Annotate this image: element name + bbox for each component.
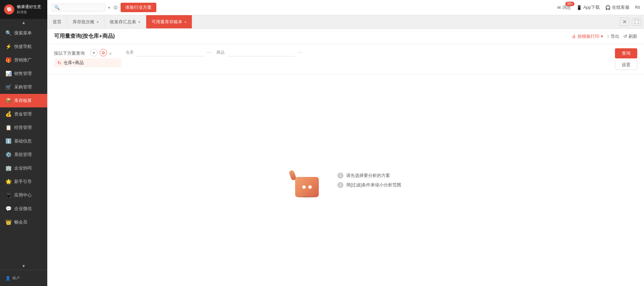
nav-label-inventory: 库存核算 bbox=[14, 98, 32, 104]
template-print-btn[interactable]: 🖨 按模板打印 ▾ bbox=[572, 33, 603, 40]
nav-label-wechat: 企业微信 bbox=[14, 206, 32, 212]
nav-label-purchase: 采购管理 bbox=[14, 84, 32, 90]
nav-label-operations: 经营管理 bbox=[14, 125, 32, 131]
scheme-icon: ↻ bbox=[57, 60, 61, 66]
printer-icon: 🖨 bbox=[572, 34, 576, 39]
empty-inner: 1 请先选择要分析的方案 2 用[过滤]条件来缩小分析范围 bbox=[290, 163, 401, 197]
sidebar-item-finance[interactable]: 💰资金管理 bbox=[0, 107, 47, 121]
sidebar-item-guide[interactable]: 🌟新手引导 bbox=[0, 175, 47, 188]
export-btn[interactable]: ↑ 导出 bbox=[607, 33, 620, 40]
query-btn[interactable]: 查询 bbox=[615, 48, 637, 58]
sidebar: 畅 畅康通好生意 标准版 ▲ 🔍搜索菜单⚡快捷导航🎁营销推广📊销售管理🛒采购管理… bbox=[0, 0, 47, 286]
sidebar-item-wechat[interactable]: 💬企业微信 bbox=[0, 202, 47, 215]
template-chevron-icon: ▾ bbox=[601, 34, 603, 39]
user-avatar-icon: 👤 bbox=[5, 276, 10, 281]
sidebar-item-basic[interactable]: ℹ️基础信息 bbox=[0, 134, 47, 148]
filter-inputs: 仓库 ··· 商品 ··· bbox=[126, 48, 611, 56]
filter-settings-btn[interactable]: ⚙ bbox=[100, 49, 107, 56]
topbar-search-box[interactable]: 🔍 bbox=[51, 4, 105, 11]
app-name: 畅康通好生意 bbox=[17, 4, 41, 10]
sidebar-logo: 畅 畅康通好生意 标准版 bbox=[0, 0, 47, 19]
topbar-gear-icon[interactable]: ⚙ bbox=[113, 4, 118, 11]
tip-item-1: 1 请先选择要分析的方案 bbox=[337, 173, 401, 179]
tabs-close-all-btn[interactable]: ✕ bbox=[620, 18, 629, 26]
app-version: 标准版 bbox=[17, 10, 41, 15]
sidebar-item-apps[interactable]: 📱应用中心 bbox=[0, 188, 47, 202]
page-header-actions: 🖨 按模板打印 ▾ ↑ 导出 ↺ 刷新 bbox=[572, 33, 638, 40]
filter-add-btn[interactable]: + bbox=[90, 49, 98, 56]
nav-icon-search: 🔍 bbox=[5, 30, 11, 36]
tip-item-2: 2 用[过滤]条件来缩小分析范围 bbox=[337, 182, 401, 188]
warehouse-input[interactable] bbox=[136, 48, 204, 56]
nav-label-sales: 销售管理 bbox=[14, 71, 32, 77]
nav-label-member: 畅会员 bbox=[14, 219, 27, 225]
tab-summary[interactable]: 收发存汇总表 × bbox=[104, 15, 146, 29]
export-icon: ↑ bbox=[607, 34, 610, 39]
action-btns: 查询 设置 bbox=[615, 48, 637, 70]
topbar-service[interactable]: 🎧 在线客服 bbox=[605, 4, 629, 10]
page-content: 可用量查询(按仓库+商品) 🖨 按模板打印 ▾ ↑ 导出 ↺ 刷新 bbox=[47, 29, 644, 286]
scheme-item-warehouse-product[interactable]: ↻ 仓库+商品 bbox=[54, 58, 122, 67]
page-title: 可用量查询(按仓库+商品) bbox=[54, 33, 115, 40]
nav-label-finance: 资金管理 bbox=[14, 111, 32, 117]
sidebar-item-enterprise[interactable]: 🏢企业协同 bbox=[0, 161, 47, 175]
nav-label-enterprise: 企业协同 bbox=[14, 165, 32, 171]
filter-warehouse-group: 仓库 ··· bbox=[126, 48, 211, 56]
sidebar-item-purchase[interactable]: 🛒采购管理 bbox=[0, 80, 47, 94]
nav-label-quick: 快捷导航 bbox=[14, 44, 32, 50]
product-input[interactable] bbox=[227, 48, 295, 56]
search-input[interactable] bbox=[62, 5, 96, 10]
sidebar-item-inventory[interactable]: 📦库存核算 bbox=[0, 94, 47, 107]
nav-icon-marketing: 🎁 bbox=[5, 57, 11, 63]
page-header: 可用量查询(按仓库+商品) 🖨 按模板打印 ▾ ↑ 导出 ↺ 刷新 bbox=[47, 29, 644, 44]
tab-home-label: 首页 bbox=[53, 19, 61, 25]
nav-icon-wechat: 💬 bbox=[5, 206, 11, 212]
topbar: 🔍 ▾ ⚙ 体验行业方案 ✉ 消息 99+ 📱 App下载 🎧 在线客服 Rit bbox=[47, 0, 644, 15]
sidebar-item-search[interactable]: 🔍搜索菜单 bbox=[0, 26, 47, 40]
robot-eye-left bbox=[302, 185, 306, 189]
nav-icon-inventory: 📦 bbox=[5, 98, 11, 104]
tip-text-1: 请先选择要分析的方案 bbox=[346, 173, 390, 179]
filter-warehouse-row: 仓库 ··· bbox=[126, 48, 211, 56]
sidebar-scroll-up[interactable]: ▲ bbox=[0, 19, 47, 26]
filter-collapse-btn[interactable]: « bbox=[109, 49, 112, 56]
nav-label-basic: 基础信息 bbox=[14, 138, 32, 144]
tab-summary-label: 收发存汇总表 bbox=[110, 19, 136, 25]
warehouse-more-icon[interactable]: ··· bbox=[207, 49, 211, 55]
sidebar-scroll-down[interactable]: ▼ bbox=[0, 262, 47, 270]
tab-batch[interactable]: 库存批次账 × bbox=[67, 15, 104, 29]
trial-btn[interactable]: 体验行业方案 bbox=[121, 3, 156, 12]
empty-robot-illustration bbox=[290, 163, 324, 197]
tab-available[interactable]: 可用量库存账本 × bbox=[146, 15, 192, 29]
nav-label-guide: 新手引导 bbox=[14, 179, 32, 185]
refresh-btn[interactable]: ↺ 刷新 bbox=[623, 33, 637, 40]
topbar-right: ✉ 消息 99+ 📱 App下载 🎧 在线客服 Rit bbox=[557, 4, 640, 10]
topbar-app-download[interactable]: 📱 App下载 bbox=[576, 4, 600, 10]
topbar-user[interactable]: Rit bbox=[635, 5, 640, 10]
sidebar-item-sales[interactable]: 📊销售管理 bbox=[0, 67, 47, 80]
settings-btn[interactable]: 设置 bbox=[615, 60, 637, 70]
sidebar-item-marketing[interactable]: 🎁营销推广 bbox=[0, 53, 47, 67]
sidebar-item-operations[interactable]: 📋经营管理 bbox=[0, 121, 47, 134]
filter-product-group: 商品 ··· bbox=[216, 48, 302, 56]
empty-state: 1 请先选择要分析的方案 2 用[过滤]条件来缩小分析范围 bbox=[47, 74, 644, 286]
product-more-icon[interactable]: ··· bbox=[298, 49, 302, 55]
sidebar-item-member[interactable]: 👑畅会员 bbox=[0, 215, 47, 229]
topbar-chevron-icon[interactable]: ▾ bbox=[108, 5, 110, 10]
sidebar-bottom-user[interactable]: 👤 账户 bbox=[3, 273, 45, 283]
tab-batch-close[interactable]: × bbox=[97, 20, 99, 24]
tabs-right-btns: ✕ ⛶ bbox=[620, 18, 644, 26]
sidebar-item-quick[interactable]: ⚡快捷导航 bbox=[0, 40, 47, 53]
nav-icon-guide: 🌟 bbox=[5, 179, 11, 185]
tabsbar: 首页 库存批次账 × 收发存汇总表 × 可用量库存账本 × ✕ ⛶ bbox=[47, 15, 644, 29]
filter-area: 按以下方案查询 + ⚙ « ↻ 仓库+商品 bbox=[47, 44, 644, 74]
tab-available-close[interactable]: × bbox=[184, 20, 186, 24]
nav-icon-apps: 📱 bbox=[5, 192, 11, 198]
tabs-expand-btn[interactable]: ⛶ bbox=[632, 18, 641, 26]
tab-home[interactable]: 首页 bbox=[47, 15, 67, 29]
tip-num-2: 2 bbox=[337, 182, 343, 188]
topbar-msg[interactable]: ✉ 消息 99+ bbox=[557, 4, 571, 10]
sidebar-item-system[interactable]: ⚙️系统管理 bbox=[0, 148, 47, 161]
tab-summary-close[interactable]: × bbox=[138, 20, 140, 24]
search-icon: 🔍 bbox=[54, 5, 60, 10]
